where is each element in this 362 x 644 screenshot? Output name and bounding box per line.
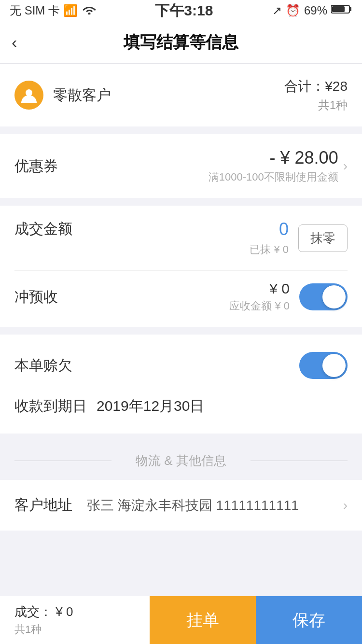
debt-section: 本单赊欠 收款到期日 2019年12月30日 xyxy=(0,335,362,434)
prepay-right: ¥ 0 应收金额 ¥ 0 xyxy=(229,280,348,313)
logistics-label: 物流 & 其他信息 xyxy=(136,452,226,469)
avatar xyxy=(14,81,43,110)
nav-bar: ‹ 填写结算等信息 xyxy=(0,21,362,64)
status-right: ↗ ⏰ 69% xyxy=(272,4,352,17)
customer-count: 共1种 xyxy=(284,98,348,113)
svg-rect-1 xyxy=(349,7,351,11)
hang-button[interactable]: 挂单 xyxy=(150,596,256,644)
customer-row: 零散客户 合计：¥28 共1种 xyxy=(0,64,362,126)
amount-label: 成交金额 xyxy=(14,219,72,239)
page-title: 填写结算等信息 xyxy=(124,31,238,54)
address-section: 客户地址 张三 海淀永丰科技园 11111111111 › xyxy=(0,480,362,531)
address-value: 张三 海淀永丰科技园 11111111111 xyxy=(87,496,343,515)
location-icon: ↗ xyxy=(272,4,282,17)
customer-left: 零散客户 xyxy=(14,81,111,110)
address-row[interactable]: 客户地址 张三 海淀永丰科技园 11111111111 › xyxy=(0,480,362,531)
prepay-label: 冲预收 xyxy=(14,287,58,307)
amount-sub: 已抹 ¥ 0 xyxy=(250,242,289,257)
amount-right: 0 已抹 ¥ 0 抹零 xyxy=(250,219,348,257)
prepay-value-group: ¥ 0 应收金额 ¥ 0 xyxy=(229,280,290,313)
due-date-value: 2019年12月30日 xyxy=(97,396,204,416)
status-bar: 无 SIM 卡 📶 下午3:18 ↗ ⏰ 69% xyxy=(0,0,362,21)
coupon-sub-text: 满1000-100不限制使用金额 xyxy=(209,170,338,184)
coupon-label: 优惠券 xyxy=(14,156,58,176)
coupon-row[interactable]: 优惠券 - ¥ 28.00 满1000-100不限制使用金额 › xyxy=(0,134,362,198)
prepay-toggle[interactable] xyxy=(299,283,348,310)
amount-row: 成交金额 0 已抹 ¥ 0 抹零 xyxy=(0,206,362,270)
battery-level: 69% xyxy=(304,4,327,17)
wifi-icon xyxy=(83,4,96,17)
bottom-info: 成交： ¥ 0 共1种 xyxy=(0,596,150,644)
customer-name: 零散客户 xyxy=(53,85,111,105)
save-button[interactable]: 保存 xyxy=(256,596,362,644)
debt-toggle-knob xyxy=(322,354,346,377)
prepay-row: 冲预收 ¥ 0 应收金额 ¥ 0 xyxy=(0,271,362,327)
bottom-bar: 成交： ¥ 0 共1种 挂单 保存 xyxy=(0,596,362,644)
toggle-knob xyxy=(322,285,346,308)
debt-toggle[interactable] xyxy=(299,352,348,379)
address-chevron-icon: › xyxy=(343,498,348,513)
transaction-section: 成交金额 0 已抹 ¥ 0 抹零 冲预收 ¥ 0 应收金额 ¥ 0 xyxy=(0,206,362,327)
sim-signal: 无 SIM 卡 📶 xyxy=(10,3,78,18)
logistics-line-left xyxy=(14,461,111,461)
debt-label: 本单赊欠 xyxy=(14,356,72,376)
prepay-sub: 应收金额 ¥ 0 xyxy=(229,299,290,313)
logistics-line-right xyxy=(251,461,348,461)
bottom-deal-amount: 成交： ¥ 0 xyxy=(14,603,135,620)
alarm-icon: ⏰ xyxy=(286,4,300,17)
customer-right: 合计：¥28 共1种 xyxy=(284,77,348,113)
coupon-right: - ¥ 28.00 满1000-100不限制使用金额 › xyxy=(209,148,348,184)
battery-icon xyxy=(331,4,352,17)
coupon-chevron-icon: › xyxy=(343,158,348,174)
prepay-value: ¥ 0 xyxy=(229,280,290,297)
customer-section: 零散客户 合计：¥28 共1种 xyxy=(0,64,362,126)
amount-value-group: 0 已抹 ¥ 0 xyxy=(250,219,289,257)
logistics-header: 物流 & 其他信息 xyxy=(0,441,362,480)
amount-value: 0 xyxy=(250,219,289,239)
coupon-section: 优惠券 - ¥ 28.00 满1000-100不限制使用金额 › xyxy=(0,134,362,198)
coupon-amount: - ¥ 28.00 xyxy=(209,148,338,168)
due-date-row: 收款到期日 2019年12月30日 xyxy=(0,396,362,434)
round-button[interactable]: 抹零 xyxy=(298,224,348,252)
svg-rect-2 xyxy=(332,6,345,12)
back-button[interactable]: ‹ xyxy=(12,33,17,52)
svg-point-3 xyxy=(26,89,32,96)
status-left: 无 SIM 卡 📶 xyxy=(10,3,96,18)
debt-row: 本单赊欠 xyxy=(0,335,362,396)
bottom-item-count: 共1种 xyxy=(14,622,135,637)
address-label: 客户地址 xyxy=(14,495,72,515)
status-time: 下午3:18 xyxy=(155,1,213,21)
customer-total: 合计：¥28 xyxy=(284,77,348,96)
due-date-label: 收款到期日 xyxy=(14,396,87,416)
